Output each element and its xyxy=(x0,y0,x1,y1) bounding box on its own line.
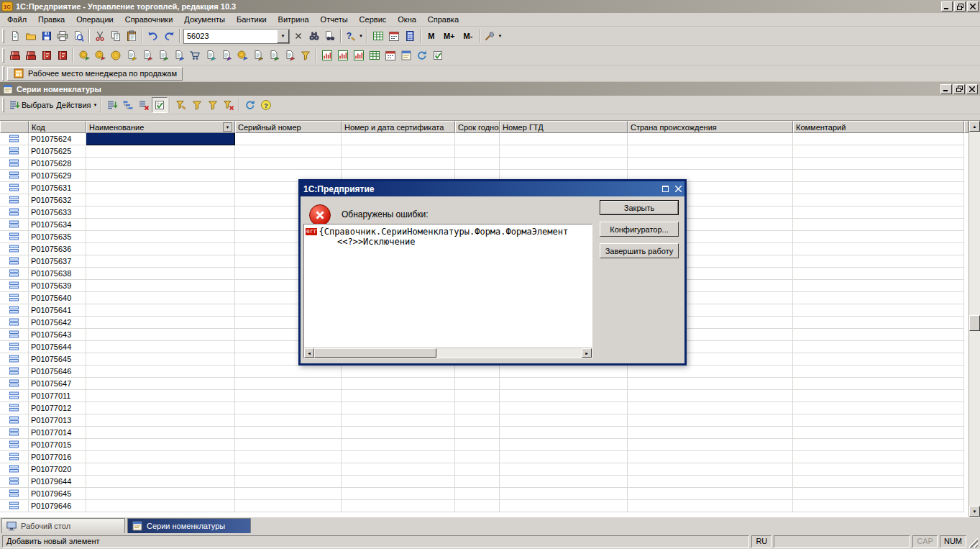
close-error-button[interactable]: Закрыть xyxy=(600,200,679,215)
memory-add-button[interactable]: М+ xyxy=(439,28,459,44)
cell-country[interactable] xyxy=(628,158,793,170)
cell-serial[interactable] xyxy=(235,427,342,439)
cell-comment[interactable] xyxy=(793,243,964,255)
cell-comment[interactable] xyxy=(793,500,964,512)
cell-comment[interactable] xyxy=(793,317,964,329)
cell-country[interactable] xyxy=(628,439,793,451)
cell-code[interactable]: P01075631 xyxy=(29,182,86,194)
cell-serial[interactable] xyxy=(235,414,342,427)
spreadsheet-icon[interactable] xyxy=(370,28,386,44)
warehouse-transfer-icon[interactable] xyxy=(203,47,219,63)
cell-code[interactable]: P01079645 xyxy=(29,488,86,500)
paste-icon[interactable] xyxy=(124,28,139,44)
find-icon[interactable] xyxy=(306,28,322,44)
cell-gtd[interactable] xyxy=(500,390,628,402)
notebook-icon[interactable] xyxy=(430,47,446,63)
cell-country[interactable] xyxy=(628,451,793,463)
configurator-button[interactable]: Конфигуратор... xyxy=(600,222,679,237)
cell-comment[interactable] xyxy=(793,488,964,500)
cell-serial[interactable] xyxy=(235,500,342,512)
open-icon[interactable] xyxy=(23,28,39,44)
planning-calendar-icon[interactable] xyxy=(383,47,398,63)
cash-expense-icon[interactable] xyxy=(92,47,108,63)
cell-country[interactable] xyxy=(628,390,793,402)
sales-report-icon[interactable] xyxy=(319,47,335,63)
cell-comment[interactable] xyxy=(793,427,964,439)
child-close-button[interactable] xyxy=(966,84,978,94)
cell-code[interactable]: P01077013 xyxy=(29,414,86,427)
cell-comment[interactable] xyxy=(793,451,964,463)
cell-comment[interactable] xyxy=(793,304,964,317)
cell-expiry[interactable] xyxy=(455,145,500,158)
cell-gtd[interactable] xyxy=(500,463,628,476)
table-row[interactable]: P01079645 xyxy=(0,488,968,500)
goods-writeoff-icon[interactable] xyxy=(282,47,298,63)
minimize-button[interactable] xyxy=(941,1,953,12)
column-header-code[interactable]: Код xyxy=(29,121,86,133)
cell-comment[interactable] xyxy=(793,378,964,390)
cell-comment[interactable] xyxy=(793,145,964,158)
purchases-journal-icon[interactable] xyxy=(7,47,23,63)
column-header-comment[interactable]: Комментарий xyxy=(793,121,964,133)
table-row[interactable]: P01077014 xyxy=(0,427,968,439)
scroll-right-icon[interactable]: ▶ xyxy=(582,348,592,358)
stock-report-icon[interactable] xyxy=(335,47,351,63)
cell-comment[interactable] xyxy=(793,341,964,353)
cell-name[interactable] xyxy=(86,463,235,476)
table-row[interactable]: P01075628 xyxy=(0,158,968,170)
cell-code[interactable]: P01075633 xyxy=(29,207,86,219)
cell-cert[interactable] xyxy=(342,451,455,463)
cell-gtd[interactable] xyxy=(500,402,628,414)
cell-expiry[interactable] xyxy=(455,378,500,390)
cell-code[interactable]: P01075634 xyxy=(29,219,86,231)
cell-gtd[interactable] xyxy=(500,158,628,170)
cell-gtd[interactable] xyxy=(500,366,628,378)
cell-comment[interactable] xyxy=(793,476,964,488)
menu-item-3[interactable]: Справочники xyxy=(119,14,179,25)
cell-code[interactable]: P01077012 xyxy=(29,402,86,414)
expense-report-icon[interactable] xyxy=(250,47,266,63)
cell-country[interactable] xyxy=(628,402,793,414)
hscroll-track[interactable] xyxy=(314,348,582,358)
cut-icon[interactable] xyxy=(92,28,108,44)
cell-cert[interactable] xyxy=(342,378,455,390)
cell-name[interactable] xyxy=(86,207,235,219)
dialog-close-button[interactable] xyxy=(675,186,682,192)
cell-country[interactable] xyxy=(628,488,793,500)
undo-icon[interactable] xyxy=(145,28,161,44)
cell-name[interactable] xyxy=(86,378,235,390)
cell-code[interactable]: P01075628 xyxy=(29,158,86,170)
cell-country[interactable] xyxy=(628,133,793,145)
price-setting-icon[interactable] xyxy=(234,47,250,63)
cell-comment[interactable] xyxy=(793,170,964,182)
cell-code[interactable]: P01075632 xyxy=(29,194,86,207)
cell-name[interactable] xyxy=(86,366,235,378)
table-row[interactable]: P01077016 xyxy=(0,451,968,463)
cell-country[interactable] xyxy=(628,463,793,476)
column-header-cert[interactable]: Номер и дата сертификата xyxy=(342,121,455,133)
table-row[interactable]: P01075647 xyxy=(0,378,968,390)
cell-country[interactable] xyxy=(628,476,793,488)
cell-code[interactable]: P01077014 xyxy=(29,427,86,439)
counterparties-icon[interactable] xyxy=(39,47,55,63)
cell-expiry[interactable] xyxy=(455,133,500,145)
toolbar-grip[interactable] xyxy=(2,66,4,81)
cell-name[interactable] xyxy=(86,182,235,194)
customer-order-icon[interactable] xyxy=(124,47,139,63)
sales-journal-icon[interactable] xyxy=(23,47,39,63)
print-preview-icon[interactable] xyxy=(70,28,86,44)
cell-code[interactable]: P01075647 xyxy=(29,378,86,390)
memory-subtract-button[interactable]: М- xyxy=(459,28,477,44)
retail-sales-icon[interactable] xyxy=(187,47,203,63)
table-row[interactable]: P01079646 xyxy=(0,500,968,512)
cell-name[interactable] xyxy=(86,231,235,243)
cell-comment[interactable] xyxy=(793,158,964,170)
clear-find-icon[interactable] xyxy=(290,28,306,44)
table-row[interactable]: P01075625 xyxy=(0,145,968,158)
cell-name[interactable] xyxy=(86,439,235,451)
cell-country[interactable] xyxy=(628,378,793,390)
service-settings-icon[interactable]: ▼ xyxy=(482,28,503,44)
cell-name[interactable] xyxy=(86,280,235,292)
restore-button[interactable] xyxy=(954,1,966,12)
cell-cert[interactable] xyxy=(342,414,455,427)
